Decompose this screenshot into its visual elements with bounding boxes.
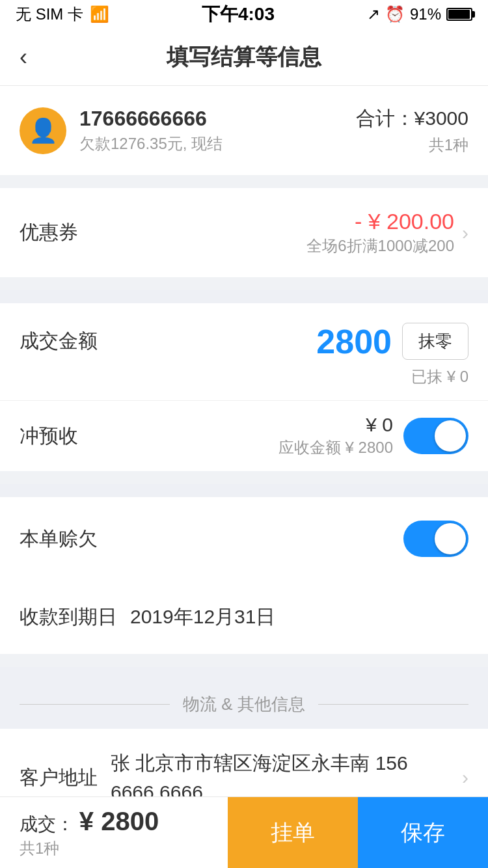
content-area: 👤 17666666666 欠款1276.35元, 现结 合计：¥3000 共1… — [0, 86, 488, 868]
address-chevron: › — [462, 766, 468, 789]
due-date-label: 收款到期日 — [20, 604, 117, 631]
section-divider-1 — [0, 290, 488, 303]
deal-amount-row: 成交金额 2800 抹零 — [0, 303, 488, 366]
wifi-icon: 📶 — [90, 5, 109, 23]
debt-label: 本单赊欠 — [20, 526, 98, 552]
divider-line-right — [318, 704, 468, 705]
deal-amount-value: 2800 — [316, 325, 392, 359]
footer-deal-amount: ¥ 2800 — [79, 807, 159, 835]
hold-order-button[interactable]: 挂单 — [228, 797, 358, 869]
footer-deal-label: 成交： — [20, 814, 74, 834]
pre-receive-right: ¥ 0 应收金额 ¥ 2800 — [278, 414, 468, 458]
pre-receive-amount: ¥ 0 — [278, 414, 393, 436]
customer-row: 👤 17666666666 欠款1276.35元, 现结 合计：¥3000 共1… — [0, 86, 488, 175]
footer-left: 成交： ¥ 2800 共1种 — [0, 807, 228, 859]
deal-amount-right: 2800 抹零 — [316, 323, 468, 360]
save-button[interactable]: 保存 — [358, 797, 488, 869]
section-divider-3 — [0, 667, 488, 680]
total-amount: 合计：¥3000 — [356, 105, 468, 132]
customer-right: 合计：¥3000 共1种 — [356, 105, 468, 156]
coupon-label: 优惠券 — [20, 219, 78, 246]
pre-receive-row: 冲预收 ¥ 0 应收金额 ¥ 2800 — [0, 400, 488, 471]
deal-amount-card: 成交金额 2800 抹零 已抹 ¥ 0 冲预收 ¥ 0 应收金额 ¥ 2800 — [0, 303, 488, 471]
battery-percent: 91% — [410, 5, 441, 23]
logistics-section-header: 物流 & 其他信息 — [0, 680, 488, 729]
battery-icon — [446, 8, 472, 21]
debt-card: 本单赊欠 收款到期日 2019年12月31日 — [0, 497, 488, 654]
pre-receive-toggle[interactable] — [403, 418, 468, 454]
debt-toggle-knob — [435, 523, 466, 554]
status-time: 下午4:03 — [202, 2, 275, 27]
page-title: 填写结算等信息 — [167, 42, 321, 72]
avatar: 👤 — [20, 107, 66, 154]
coupon-chevron: › — [462, 222, 468, 244]
coupon-desc: 全场6折满1000减200 — [306, 236, 454, 256]
customer-left: 👤 17666666666 欠款1276.35元, 现结 — [20, 107, 223, 154]
carrier-text: 无 SIM 卡 — [16, 4, 83, 25]
divider-line-left — [20, 704, 170, 705]
pre-receive-label: 冲预收 — [20, 423, 78, 450]
round-button[interactable]: 抹零 — [402, 323, 468, 360]
status-left: 无 SIM 卡 📶 — [16, 4, 109, 25]
status-right: ↗ ⏰ 91% — [367, 5, 472, 23]
toggle-knob — [435, 420, 466, 452]
status-bar: 无 SIM 卡 📶 下午4:03 ↗ ⏰ 91% — [0, 0, 488, 29]
alarm-icon: ⏰ — [385, 5, 405, 23]
footer-deal-row: 成交： ¥ 2800 — [20, 807, 208, 837]
coupon-row[interactable]: 优惠券 - ¥ 200.00 全场6折满1000减200 › — [0, 188, 488, 277]
due-date-value: 2019年12月31日 — [130, 604, 275, 631]
total-count: 共1种 — [356, 135, 468, 156]
back-button[interactable]: ‹ — [20, 44, 59, 71]
footer: 成交： ¥ 2800 共1种 挂单 保存 — [0, 796, 488, 868]
customer-info: 17666666666 欠款1276.35元, 现结 — [79, 107, 223, 154]
deal-amount-label: 成交金额 — [20, 328, 98, 355]
nav-bar: ‹ 填写结算等信息 — [0, 29, 488, 86]
coupon-right: - ¥ 200.00 全场6折满1000减200 › — [306, 209, 468, 256]
coupon-values: - ¥ 200.00 全场6折满1000减200 — [306, 209, 454, 256]
logistics-label: 物流 & 其他信息 — [183, 693, 305, 716]
debt-toggle[interactable] — [403, 521, 468, 557]
customer-card: 👤 17666666666 欠款1276.35元, 现结 合计：¥3000 共1… — [0, 86, 488, 175]
debt-row: 本单赊欠 — [0, 497, 488, 580]
coupon-amount: - ¥ 200.00 — [306, 209, 454, 234]
footer-deal-count: 共1种 — [20, 838, 208, 859]
due-date-row: 收款到期日 2019年12月31日 — [0, 580, 488, 654]
pre-receive-values: ¥ 0 应收金额 ¥ 2800 — [278, 414, 393, 458]
avatar-icon: 👤 — [29, 117, 58, 144]
pre-receive-sub: 应收金额 ¥ 2800 — [278, 437, 393, 458]
address-label: 客户地址 — [20, 765, 98, 791]
deal-amount-sub: 已抹 ¥ 0 — [0, 366, 488, 400]
customer-sub-text: 欠款1276.35元, 现结 — [79, 133, 223, 154]
customer-phone: 17666666666 — [79, 107, 223, 131]
section-divider-2 — [0, 484, 488, 497]
location-icon: ↗ — [367, 5, 380, 23]
coupon-card: 优惠券 - ¥ 200.00 全场6折满1000减200 › — [0, 188, 488, 277]
